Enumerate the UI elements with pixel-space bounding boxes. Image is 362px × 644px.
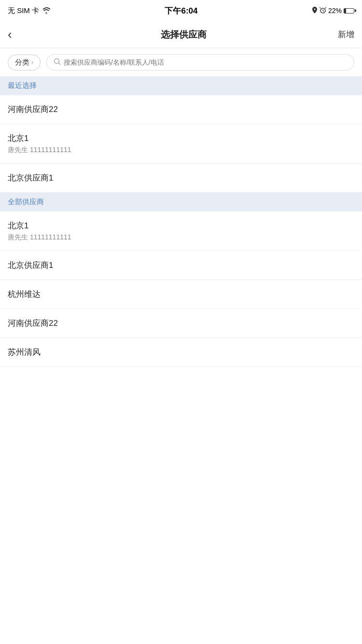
category-button[interactable]: 分类 › (8, 55, 41, 70)
all-section-label: 全部供应商 (8, 197, 44, 206)
list-item[interactable]: 河南供应商22 (0, 95, 362, 124)
item-name: 杭州维达 (8, 289, 354, 300)
item-name: 河南供应商22 (8, 318, 354, 329)
battery-icon (344, 8, 354, 14)
recent-items-list: 河南供应商22北京1唐先生 11111111111北京供应商1 (0, 95, 362, 193)
item-name: 北京1 (8, 220, 354, 231)
list-item[interactable]: 杭州维达 (0, 280, 362, 309)
list-item[interactable]: 北京1唐先生 11111111111 (0, 211, 362, 251)
status-left: 无 SIM 卡 (8, 6, 51, 15)
list-item[interactable]: 北京供应商1 (0, 251, 362, 280)
wifi-icon (42, 7, 51, 15)
search-input[interactable] (64, 58, 347, 66)
list-item[interactable]: 河南供应商22 (0, 309, 362, 338)
nav-bar: ‹ 选择供应商 新增 (0, 21, 362, 48)
item-detail: 唐先生 11111111111 (8, 233, 354, 242)
item-name: 北京供应商1 (8, 172, 354, 183)
status-right: 22% (312, 7, 354, 15)
back-button[interactable]: ‹ (8, 27, 29, 42)
search-icon (54, 58, 61, 67)
add-button[interactable]: 新增 (338, 29, 354, 40)
item-name: 苏州清风 (8, 347, 354, 358)
search-box (46, 54, 354, 70)
filter-bar: 分类 › (0, 48, 362, 76)
list-item[interactable]: 苏州清风 (0, 338, 362, 367)
alarm-icon (320, 7, 326, 15)
all-items-list: 北京1唐先生 11111111111北京供应商1杭州维达河南供应商22苏州清风 (0, 211, 362, 367)
category-label: 分类 (15, 58, 29, 67)
item-name: 北京1 (8, 133, 354, 144)
recent-section-label: 最近选择 (8, 81, 37, 89)
status-time: 下午6:04 (165, 5, 197, 16)
list-item[interactable]: 北京供应商1 (0, 164, 362, 193)
recent-section-header: 最近选择 (0, 76, 362, 95)
page-title: 选择供应商 (161, 28, 207, 41)
location-icon (312, 7, 318, 15)
chevron-right-icon: › (31, 59, 33, 66)
status-bar: 无 SIM 卡 下午6:04 22% (0, 0, 362, 21)
item-name: 北京供应商1 (8, 260, 354, 271)
item-detail: 唐先生 11111111111 (8, 146, 354, 154)
list-item[interactable]: 北京1唐先生 11111111111 (0, 124, 362, 164)
battery-percentage: 22% (328, 7, 342, 14)
all-section-header: 全部供应商 (0, 193, 362, 211)
item-name: 河南供应商22 (8, 104, 354, 115)
no-sim-text: 无 SIM 卡 (8, 6, 39, 15)
